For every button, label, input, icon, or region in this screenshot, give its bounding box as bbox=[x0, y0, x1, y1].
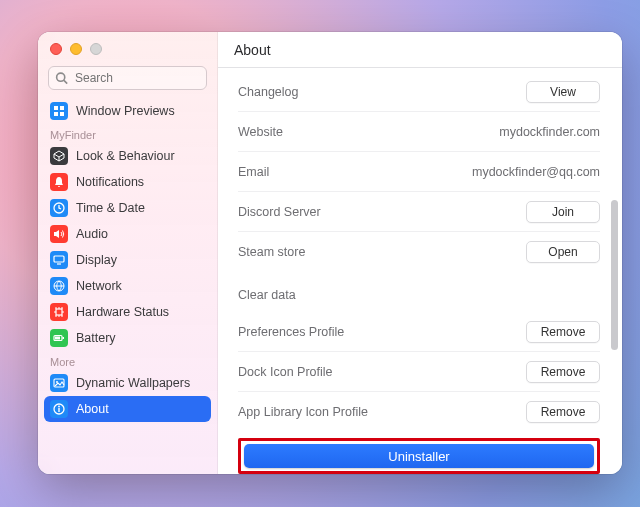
sidebar-item[interactable]: Notifications bbox=[44, 169, 211, 195]
row-action-button[interactable]: Remove bbox=[526, 361, 600, 383]
svg-rect-5 bbox=[60, 112, 64, 116]
row-action-button[interactable]: View bbox=[526, 81, 600, 103]
sidebar-item-label: Time & Date bbox=[76, 201, 145, 215]
display-icon bbox=[50, 251, 68, 269]
sidebar-item-label: Notifications bbox=[76, 175, 144, 189]
sidebar-item-label: Audio bbox=[76, 227, 108, 241]
maximize-window-button[interactable] bbox=[90, 43, 102, 55]
svg-rect-12 bbox=[63, 337, 65, 339]
svg-point-17 bbox=[58, 406, 60, 408]
globe-icon bbox=[50, 277, 68, 295]
sidebar-myfinder-list: Look & BehaviourNotificationsTime & Date… bbox=[38, 143, 217, 351]
windows-icon bbox=[50, 102, 68, 120]
sidebar-section-more: More bbox=[38, 351, 217, 370]
row-action-button[interactable]: Join bbox=[526, 201, 600, 223]
row-value: mydockfinder@qq.com bbox=[472, 165, 600, 179]
sidebar-item[interactable]: Dynamic Wallpapers bbox=[44, 370, 211, 396]
image-icon bbox=[50, 374, 68, 392]
sidebar-section-myfinder: MyFinder bbox=[38, 124, 217, 143]
prefs-window: Window Previews MyFinder Look & Behaviou… bbox=[38, 32, 622, 474]
sidebar-more-list: Dynamic WallpapersAbout bbox=[38, 370, 217, 422]
speaker-icon bbox=[50, 225, 68, 243]
svg-rect-18 bbox=[58, 408, 59, 412]
svg-rect-2 bbox=[54, 106, 58, 110]
cube-icon bbox=[50, 147, 68, 165]
sidebar-item-label: Network bbox=[76, 279, 122, 293]
row-action-button[interactable]: Remove bbox=[526, 401, 600, 423]
row-key: Discord Server bbox=[238, 205, 321, 219]
about-row: ChangelogView bbox=[238, 72, 600, 112]
chip-icon bbox=[50, 303, 68, 321]
scrollbar-track[interactable] bbox=[608, 70, 620, 470]
svg-rect-13 bbox=[55, 337, 60, 340]
row-key: Steam store bbox=[238, 245, 305, 259]
about-row: Dock Icon ProfileRemove bbox=[238, 352, 600, 392]
sidebar-item[interactable]: Time & Date bbox=[44, 195, 211, 221]
page-title: About bbox=[218, 32, 622, 68]
row-key: Preferences Profile bbox=[238, 325, 344, 339]
sidebar-item[interactable]: About bbox=[44, 396, 211, 422]
uninstaller-highlight: Uninstaller bbox=[238, 438, 600, 474]
sidebar-item-label: Display bbox=[76, 253, 117, 267]
sidebar-item[interactable]: Battery bbox=[44, 325, 211, 351]
sidebar-item[interactable]: Look & Behaviour bbox=[44, 143, 211, 169]
sidebar-primary-list: Window Previews bbox=[38, 98, 217, 124]
row-action-button[interactable]: Remove bbox=[526, 321, 600, 343]
sidebar-item-label: Dynamic Wallpapers bbox=[76, 376, 190, 390]
row-key: Changelog bbox=[238, 85, 298, 99]
sidebar: Window Previews MyFinder Look & Behaviou… bbox=[38, 32, 218, 474]
search-field[interactable] bbox=[48, 66, 207, 90]
row-key: Dock Icon Profile bbox=[238, 365, 332, 379]
sidebar-item[interactable]: Hardware Status bbox=[44, 299, 211, 325]
minimize-window-button[interactable] bbox=[70, 43, 82, 55]
about-row: Websitemydockfinder.com bbox=[238, 112, 600, 152]
scrollbar-thumb[interactable] bbox=[611, 200, 618, 350]
info-icon bbox=[50, 400, 68, 418]
row-key: App Library Icon Profile bbox=[238, 405, 368, 419]
battery-icon bbox=[50, 329, 68, 347]
sidebar-item[interactable]: Display bbox=[44, 247, 211, 273]
svg-rect-4 bbox=[54, 112, 58, 116]
row-key: Email bbox=[238, 165, 269, 179]
sidebar-item[interactable]: Window Previews bbox=[44, 98, 211, 124]
svg-rect-3 bbox=[60, 106, 64, 110]
row-key: Website bbox=[238, 125, 283, 139]
sidebar-item-label: Window Previews bbox=[76, 104, 175, 118]
about-row: Emailmydockfinder@qq.com bbox=[238, 152, 600, 192]
row-action-button[interactable]: Open bbox=[526, 241, 600, 263]
sidebar-item-label: Look & Behaviour bbox=[76, 149, 175, 163]
svg-rect-7 bbox=[54, 256, 64, 262]
sidebar-item-label: Hardware Status bbox=[76, 305, 169, 319]
about-row: App Library Icon ProfileRemove bbox=[238, 392, 600, 432]
clear-data-heading: Clear data bbox=[238, 278, 600, 312]
bell-icon bbox=[50, 173, 68, 191]
row-value: mydockfinder.com bbox=[499, 125, 600, 139]
about-row: Preferences ProfileRemove bbox=[238, 312, 600, 352]
sidebar-item[interactable]: Network bbox=[44, 273, 211, 299]
sidebar-item-label: About bbox=[76, 402, 109, 416]
window-controls bbox=[38, 32, 217, 66]
sidebar-item[interactable]: Audio bbox=[44, 221, 211, 247]
about-row: Discord ServerJoin bbox=[238, 192, 600, 232]
about-row: Steam storeOpen bbox=[238, 232, 600, 272]
clock-icon bbox=[50, 199, 68, 217]
close-window-button[interactable] bbox=[50, 43, 62, 55]
sidebar-item-label: Battery bbox=[76, 331, 116, 345]
main-pane: About ChangelogViewWebsitemydockfinder.c… bbox=[218, 32, 622, 474]
search-input[interactable] bbox=[48, 66, 207, 90]
svg-rect-10 bbox=[56, 309, 62, 315]
uninstaller-button[interactable]: Uninstaller bbox=[244, 444, 594, 468]
about-content: ChangelogViewWebsitemydockfinder.comEmai… bbox=[218, 68, 622, 474]
